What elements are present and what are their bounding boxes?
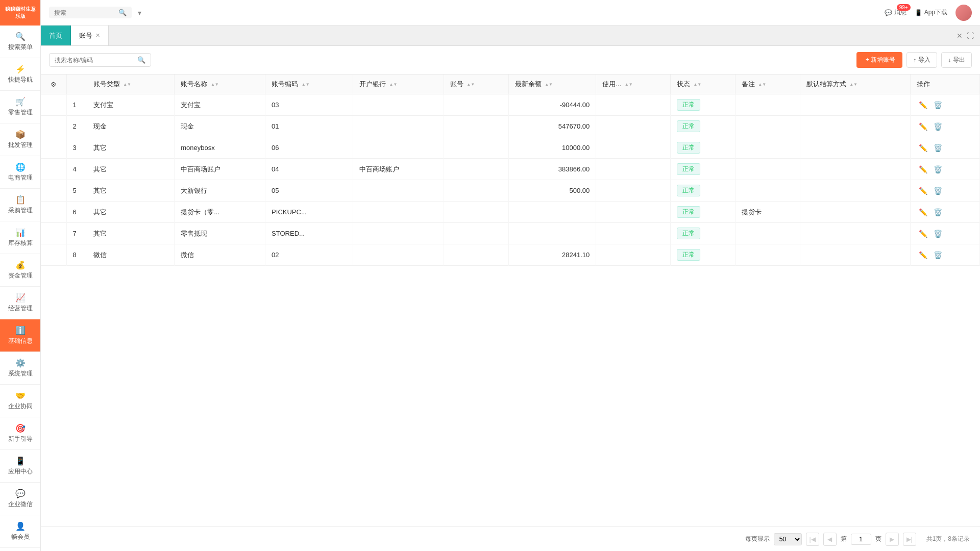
delete-button[interactable]: 🗑️ [932,229,944,239]
edit-button[interactable]: ✏️ [917,250,929,260]
prev-page-button[interactable]: ◀ [823,533,837,546]
delete-button[interactable]: 🗑️ [932,250,944,260]
row-index: 5 [66,180,87,202]
system-mgmt-icon: ⚙️ [15,358,26,368]
sidebar-item-purchase-mgmt[interactable]: 📋采购管理 [0,189,40,221]
row-index: 3 [66,137,87,159]
col-type[interactable]: 账号类型 ▲▼ [87,74,175,94]
sidebar-item-operations-mgmt[interactable]: 📈经营管理 [0,287,40,319]
row-code: 03 [265,94,353,116]
tab-home[interactable]: 首页 [41,26,71,45]
edit-button[interactable]: ✏️ [917,121,929,132]
row-remark [735,94,800,116]
edit-button[interactable]: ✏️ [917,186,929,196]
col-default-settlement[interactable]: 默认结算方式 ▲▼ [800,74,911,94]
row-balance: 547670.00 [508,116,596,137]
delete-button[interactable]: 🗑️ [932,186,944,196]
col-name[interactable]: 账号名称 ▲▼ [175,74,265,94]
delete-button[interactable]: 🗑️ [932,207,944,217]
next-page-button[interactable]: ▶ [886,533,899,546]
import-button[interactable]: ↑ 导入 [906,52,937,68]
row-balance: 500.00 [508,180,596,202]
edit-button[interactable]: ✏️ [917,100,929,110]
col-gear[interactable]: ⚙ [41,74,66,94]
page-size-select[interactable]: 50 10 20 100 [774,533,802,545]
row-default-settlement [800,116,911,137]
col-code[interactable]: 账号编码 ▲▼ [265,74,353,94]
row-account-no [444,137,508,159]
sidebar-item-ecommerce-mgmt[interactable]: 🌐电商管理 [0,156,40,189]
sidebar-item-new-guide[interactable]: 🎯新手引导 [0,417,40,450]
last-page-button[interactable]: ▶| [903,533,916,546]
sidebar-item-system-mgmt[interactable]: ⚙️系统管理 [0,352,40,385]
row-remark [735,180,800,202]
sidebar-item-retail-mgmt[interactable]: 🛒零售管理 [0,91,40,123]
row-status: 正常 [670,180,735,202]
tab-close-all-icon[interactable]: ✕ [957,32,963,40]
tab-maximize-icon[interactable]: ⛶ [967,32,974,40]
row-remark [735,244,800,266]
edit-button[interactable]: ✏️ [917,143,929,153]
delete-button[interactable]: 🗑️ [932,164,944,174]
row-default-settlement [800,137,911,159]
pagination: 每页显示 50 10 20 100 |◀ ◀ 第 页 ▶ ▶| 共1页，8条记录 [41,527,980,551]
col-bank[interactable]: 开户银行 ▲▼ [353,74,444,94]
edit-button[interactable]: ✏️ [917,229,929,239]
row-gear [41,159,66,180]
row-usage [596,223,671,244]
sidebar-item-capital-mgmt[interactable]: 💰资金管理 [0,254,40,287]
sidebar-item-enterprise-wechat[interactable]: 💬企业微信 [0,483,40,515]
edit-button[interactable]: ✏️ [917,164,929,174]
row-status: 正常 [670,202,735,223]
edit-button[interactable]: ✏️ [917,207,929,217]
topbar-search-input[interactable] [54,9,115,16]
row-type: 其它 [87,223,175,244]
account-search-input[interactable] [55,57,134,64]
row-balance: 10000.00 [508,137,596,159]
topbar-search-icon: 🔍 [118,9,127,16]
sidebar-item-enterprise-agreement[interactable]: 🤝企业协同 [0,385,40,417]
topbar-dropdown-icon[interactable]: ▾ [138,9,141,17]
sidebar-item-basic-info[interactable]: ℹ️基础信息 [0,319,40,352]
col-status[interactable]: 状态 ▲▼ [670,74,735,94]
delete-button[interactable]: 🗑️ [932,100,944,110]
tab-account-close[interactable]: ✕ [95,32,100,39]
row-balance: 28241.10 [508,244,596,266]
first-page-button[interactable]: |◀ [806,533,819,546]
export-button[interactable]: ↓ 导出 [941,52,972,68]
import-label: 导入 [918,56,930,64]
sidebar-item-wholesale-mgmt[interactable]: 📦批发管理 [0,123,40,156]
sidebar-item-search-menu[interactable]: 🔍搜索菜单 [0,26,40,58]
row-code: STORED... [265,223,353,244]
sidebar-item-app-center[interactable]: 📱应用中心 [0,450,40,483]
delete-button[interactable]: 🗑️ [932,121,944,132]
row-account-no [444,223,508,244]
row-index: 8 [66,244,87,266]
sidebar-item-member[interactable]: 👤畅会员 [0,515,40,548]
app-name: 稳稳赚时生意 [5,6,36,12]
row-account-no [444,116,508,137]
messages-button[interactable]: 💬 消息 99+ [885,8,906,17]
row-type: 其它 [87,159,175,180]
row-usage [596,137,671,159]
sidebar-item-inventory[interactable]: 📊库存核算 [0,221,40,254]
row-remark [735,223,800,244]
inventory-icon: 📊 [15,228,26,237]
col-remark[interactable]: 备注 ▲▼ [735,74,800,94]
current-page-input[interactable] [851,534,871,545]
row-name: 大新银行 [175,180,265,202]
col-account-no[interactable]: 账号 ▲▼ [444,74,508,94]
tab-account[interactable]: 账号 ✕ [71,26,109,45]
delete-button[interactable]: 🗑️ [932,143,944,153]
sidebar-item-quick-nav[interactable]: ⚡快捷导航 [0,58,40,91]
avatar[interactable] [955,5,972,21]
sidebar-nav: 🔍搜索菜单⚡快捷导航🛒零售管理📦批发管理🌐电商管理📋采购管理📊库存核算💰资金管理… [0,26,40,551]
col-balance[interactable]: 最新余额 ▲▼ [508,74,596,94]
col-usage[interactable]: 使用... ▲▼ [596,74,671,94]
add-account-button[interactable]: + 新增账号 [856,52,902,68]
row-code: 01 [265,116,353,137]
purchase-mgmt-icon: 📋 [15,195,26,205]
row-code: PICKUPC... [265,202,353,223]
app-download-button[interactable]: 📱 App下载 [915,8,947,17]
row-usage [596,116,671,137]
